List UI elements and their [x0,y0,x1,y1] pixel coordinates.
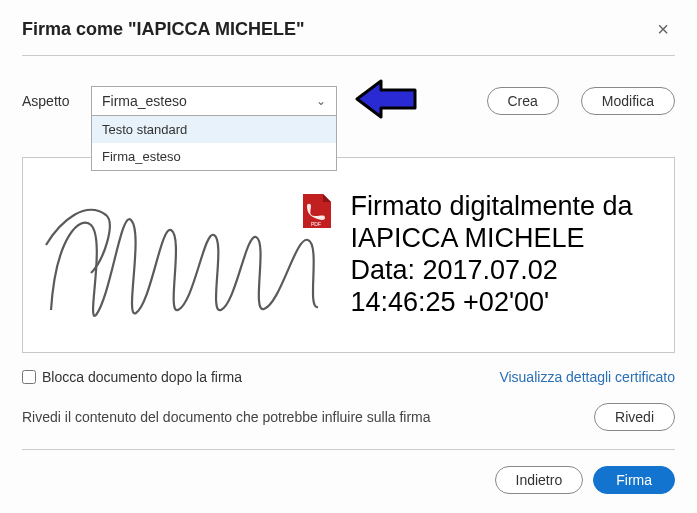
pdf-badge-icon: PDF [301,194,331,228]
create-button[interactable]: Crea [487,87,559,115]
appearance-selected-value: Firma_esteso [102,93,187,109]
appearance-select-wrap: Firma_esteso ⌄ Testo standard Firma_este… [91,86,337,116]
svg-text:PDF: PDF [311,221,321,227]
dialog-header: Firma come "IAPICCA MICHELE" × [22,18,675,56]
close-icon[interactable]: × [651,18,675,41]
signature-preview: PDF Firmato digitalmente da IAPICCA MICH… [22,157,675,353]
appearance-select[interactable]: Firma_esteso ⌄ [91,86,337,116]
appearance-option[interactable]: Firma_esteso [92,143,336,170]
chevron-down-icon: ⌄ [316,94,326,108]
certificate-details-link[interactable]: Visualizza dettagli certificato [499,369,675,385]
review-row: Rivedi il contenuto del documento che po… [22,403,675,450]
modify-button[interactable]: Modifica [581,87,675,115]
signature-image-panel: PDF [23,158,349,352]
appearance-option[interactable]: Testo standard [92,116,336,143]
appearance-label: Aspetto [22,93,77,109]
appearance-row: Aspetto Firma_esteso ⌄ Testo standard Fi… [22,78,675,123]
lock-label-text: Blocca documento dopo la firma [42,369,242,385]
sign-dialog: Firma come "IAPICCA MICHELE" × Aspetto F… [0,0,697,512]
lock-row: Blocca documento dopo la firma Visualizz… [22,369,675,385]
review-text: Rivedi il contenuto del documento che po… [22,409,431,425]
dialog-footer: Indietro Firma [22,466,675,494]
annotation-arrow-icon [355,78,419,123]
sign-button[interactable]: Firma [593,466,675,494]
dialog-title: Firma come "IAPICCA MICHELE" [22,19,304,40]
lock-checkbox-label[interactable]: Blocca documento dopo la firma [22,369,242,385]
svg-marker-0 [357,81,415,117]
review-button[interactable]: Rivedi [594,403,675,431]
handwritten-signature-icon [36,175,336,335]
signature-text-panel: Firmato digitalmente da IAPICCA MICHELE … [349,158,675,352]
appearance-dropdown: Testo standard Firma_esteso [91,116,337,171]
back-button[interactable]: Indietro [495,466,584,494]
lock-checkbox[interactable] [22,370,36,384]
signature-text: Firmato digitalmente da IAPICCA MICHELE … [351,191,671,318]
